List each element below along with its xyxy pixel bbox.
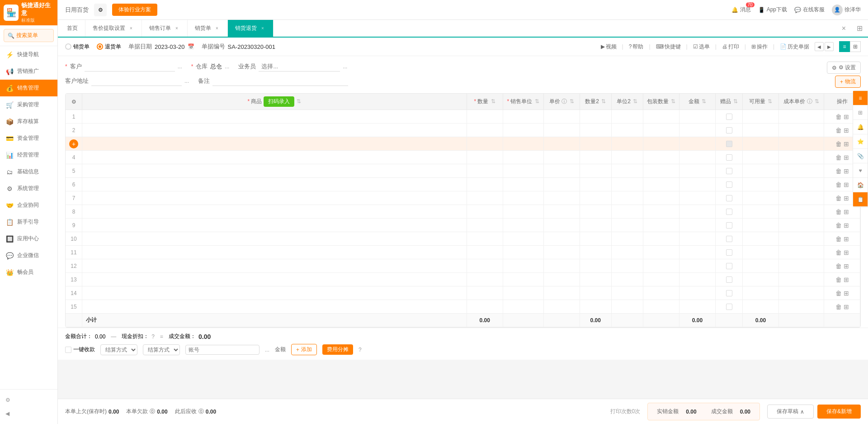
tab-sale-goods-close[interactable]: × — [214, 25, 220, 32]
right-tool-bell[interactable]: 🔔 — [853, 120, 868, 134]
right-tool-star[interactable]: ⭐ — [853, 134, 868, 149]
row-2-price[interactable] — [543, 124, 580, 137]
row-2-goods[interactable] — [82, 124, 467, 137]
row-1-amount[interactable] — [679, 110, 716, 124]
gift-checkbox-10[interactable] — [726, 236, 732, 242]
unit-sort-icon[interactable]: ⇅ — [535, 98, 539, 105]
gift-checkbox-8[interactable] — [726, 209, 732, 215]
row-10-del[interactable]: 🗑 — [835, 235, 842, 243]
tab-sale-order[interactable]: 销售订单 × — [142, 20, 188, 37]
row-1-qty2[interactable] — [580, 110, 611, 124]
radio-return-goods[interactable]: 退货单 — [97, 43, 121, 51]
right-tool-fav[interactable]: ♥ — [853, 163, 868, 178]
row-3-cost-price[interactable] — [779, 137, 824, 151]
row-3-amount[interactable] — [679, 137, 716, 151]
row-2-qty[interactable] — [467, 124, 503, 137]
shortcut-action[interactable]: ⌨ 快捷键 — [656, 43, 681, 51]
grid-view-btn[interactable]: ⊞ — [850, 41, 861, 52]
row-2-gift[interactable] — [716, 124, 743, 137]
sidebar-item-member[interactable]: 👑 畅会员 — [0, 264, 57, 281]
row-2-copy-btn[interactable]: ⊞ — [844, 127, 849, 134]
sidebar-item-basic[interactable]: 🗂 基础信息 — [0, 163, 57, 180]
list-view-btn[interactable]: ≡ — [839, 41, 850, 52]
row-4-copy[interactable]: ⊞ — [844, 154, 849, 161]
cost-sort-icon[interactable]: ⇅ — [815, 98, 819, 105]
salesperson-input[interactable] — [259, 62, 340, 71]
discount-help-icon[interactable]: ? — [151, 333, 155, 340]
row-3-sale-unit[interactable] — [503, 137, 543, 151]
sidebar-item-inventory[interactable]: 📦 库存核算 — [0, 113, 57, 130]
row-1-copy-btn[interactable]: ⊞ — [844, 113, 849, 120]
experience-btn[interactable]: 体验行业方案 — [112, 4, 157, 16]
amount-sort-icon[interactable]: ⇅ — [702, 98, 706, 105]
row-1-goods[interactable] — [82, 110, 467, 124]
gift-checkbox-15[interactable] — [726, 304, 732, 310]
row-4-del[interactable]: 🗑 — [835, 154, 842, 161]
customer-input[interactable] — [85, 62, 175, 71]
help-action[interactable]: ? 帮助 — [629, 43, 644, 51]
history-action[interactable]: 📄 历史单据 — [780, 43, 809, 51]
row-2-unit2[interactable] — [611, 124, 643, 137]
row-1-pkg-qty[interactable] — [643, 110, 679, 124]
search-menu-button[interactable]: 🔍 搜索菜单 — [4, 29, 54, 42]
calendar-icon[interactable]: 📅 — [188, 43, 194, 50]
row-12-copy[interactable]: ⊞ — [844, 262, 849, 270]
row-11-copy[interactable]: ⊞ — [844, 249, 849, 256]
row-7-copy[interactable]: ⊞ — [844, 195, 849, 202]
sidebar-item-cooperation[interactable]: 🤝 企业协同 — [0, 197, 57, 214]
save-draft-button[interactable]: 保存草稿 ∧ — [767, 405, 814, 419]
app-download-link[interactable]: 📱 App下载 — [758, 6, 787, 14]
account-select[interactable]: 结算方式 — [143, 344, 180, 355]
row-3-delete-btn[interactable]: 🗑 — [835, 140, 842, 148]
tab-sale-order-close[interactable]: × — [174, 25, 180, 32]
tab-sale-price-close[interactable]: × — [128, 25, 134, 32]
notification-btn[interactable]: 🔔 消息 70 — [731, 6, 751, 14]
row-2-sale-unit[interactable] — [503, 124, 543, 137]
onetime-payment-check[interactable] — [65, 347, 71, 353]
gift-checkbox-5[interactable] — [726, 168, 732, 174]
settings-col-icon[interactable]: ⚙ — [71, 99, 76, 105]
sidebar-item-operation[interactable]: 📊 经营管理 — [0, 147, 57, 163]
sidebar-item-finance[interactable]: 💳 资金管理 — [0, 130, 57, 147]
online-service-link[interactable]: 💬 在线客服 — [794, 6, 825, 14]
row-3-gift[interactable] — [716, 137, 743, 151]
gift-checkbox-3[interactable] — [726, 141, 732, 147]
row-12-del[interactable]: 🗑 — [835, 262, 842, 270]
gift-checkbox-9[interactable] — [726, 222, 732, 229]
row-3-copy-btn[interactable]: ⊞ — [844, 140, 849, 148]
topbar-settings-btn[interactable]: ⚙ — [94, 4, 107, 16]
tab-sale-return[interactable]: 销货退货 × — [228, 20, 274, 37]
cash-discount-icon[interactable]: — — [111, 333, 116, 340]
split-help-icon[interactable]: ? — [359, 347, 362, 353]
note-input[interactable] — [212, 76, 348, 86]
tab-sale-price[interactable]: 售价提取设置 × — [85, 20, 142, 37]
tab-sale-return-close[interactable]: × — [259, 25, 266, 32]
row-10-copy[interactable]: ⊞ — [844, 235, 849, 243]
sidebar-item-sales[interactable]: 💰 销售管理 — [0, 80, 57, 96]
gift-sort-icon[interactable]: ⇅ — [733, 98, 738, 105]
split-fee-btn[interactable]: 费用分摊 — [322, 344, 353, 355]
select-action[interactable]: ☑ 选单 — [693, 43, 710, 51]
salesperson-select-btn[interactable]: ... — [343, 63, 347, 70]
right-tool-list1[interactable]: ≡ — [853, 91, 868, 105]
row-14-del[interactable]: 🗑 — [835, 290, 842, 297]
gift-checkbox-13[interactable] — [726, 276, 732, 283]
row-8-copy[interactable]: ⊞ — [844, 208, 849, 215]
row-1-unit2[interactable] — [611, 110, 643, 124]
sidebar-item-apps[interactable]: 🔲 应用中心 — [0, 230, 57, 247]
row-3-qty[interactable] — [467, 137, 503, 151]
warehouse-select-btn[interactable]: ... — [225, 63, 229, 70]
video-action[interactable]: ▶ 视频 — [601, 43, 617, 51]
sidebar-bottom-settings[interactable]: ⚙ — [0, 393, 57, 407]
row-15-del[interactable]: 🗑 — [835, 303, 842, 310]
account-dots-btn[interactable]: ... — [265, 347, 269, 353]
row-15-copy[interactable]: ⊞ — [844, 303, 849, 310]
gift-checkbox-1[interactable] — [726, 114, 732, 120]
row-3-price[interactable] — [543, 137, 580, 151]
row-7-del[interactable]: 🗑 — [835, 195, 842, 202]
row-2-amount[interactable] — [679, 124, 716, 137]
row-6-del[interactable]: 🗑 — [835, 181, 842, 188]
row-2-delete-btn[interactable]: 🗑 — [835, 127, 842, 134]
settlement-method-select[interactable]: 结算方式 — [100, 344, 137, 355]
unit2-sort-icon[interactable]: ⇅ — [633, 98, 637, 105]
